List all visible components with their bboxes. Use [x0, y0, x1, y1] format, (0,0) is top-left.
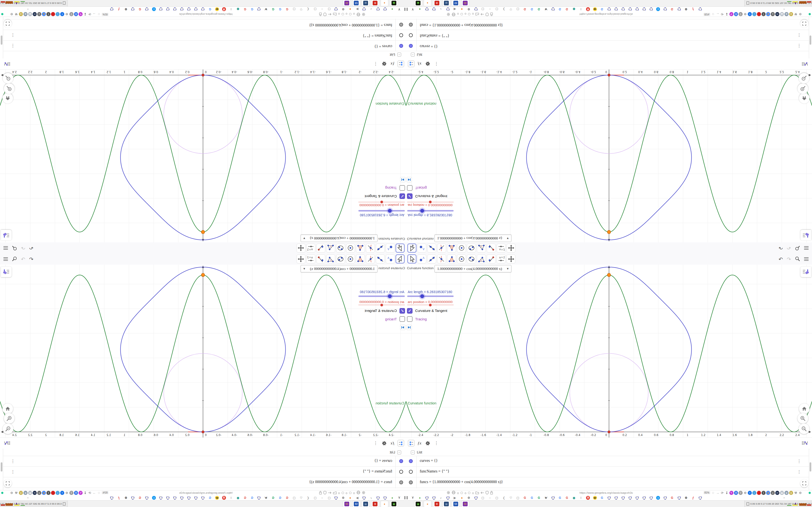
shield-down-icon[interactable]: ↓ — [752, 12, 756, 16]
wrench-icon[interactable]: ⚒ — [14, 491, 18, 495]
arc-position-slider[interactable] — [358, 305, 405, 305]
tracing-checkbox[interactable] — [400, 185, 405, 191]
tab-favicon[interactable]: G — [530, 7, 534, 11]
arc-position-slider-knob[interactable] — [429, 304, 432, 306]
tab-favicon[interactable]: G — [243, 7, 247, 11]
dot-icon[interactable] — [464, 491, 466, 495]
shield-gray-icon[interactable]: ◆ — [780, 491, 784, 495]
translate-icon[interactable]: A — [734, 12, 738, 16]
tab-favicon[interactable]: ▢ — [516, 496, 520, 500]
like-icon[interactable]: ♦ — [789, 491, 793, 495]
marker-icon[interactable]: ✎ — [729, 12, 733, 16]
tab-favicon[interactable]: ⚙ — [684, 7, 688, 11]
arc-length-slider-knob[interactable] — [388, 294, 392, 298]
monitor-app-icon[interactable]: ▤ — [443, 501, 450, 507]
row-kebab-icon[interactable]: ⋮ — [11, 459, 15, 464]
algebra-row[interactable]: funcs = {1.000000000000 + cos(4.00000000… — [406, 477, 809, 488]
star-icon[interactable]: ☆ — [711, 491, 715, 495]
visibility-toggle[interactable] — [399, 44, 403, 48]
translate-icon[interactable]: A — [734, 491, 738, 495]
star-icon[interactable]: ☆ — [97, 491, 101, 495]
geogebra-tab-favicon[interactable] — [614, 7, 618, 11]
tool-point[interactable]: A — [386, 243, 395, 252]
tab-favicon[interactable]: G — [285, 7, 289, 11]
tab-favicon[interactable]: ● — [460, 496, 464, 500]
zoom-out-button[interactable] — [3, 73, 13, 83]
circle-icon[interactable] — [349, 12, 352, 16]
tool-line[interactable] — [376, 243, 385, 252]
tool-move-graphics[interactable] — [297, 255, 305, 264]
visibility-toggle[interactable] — [409, 33, 413, 37]
tool-circle-center[interactable] — [346, 255, 355, 264]
tool-move-graphics[interactable] — [507, 243, 515, 252]
geogebra-tab-favicon[interactable] — [698, 496, 702, 500]
settings-gear-icon[interactable] — [424, 440, 431, 446]
redgear-app-icon[interactable]: ⚙ — [371, 0, 379, 6]
record-icon[interactable] — [757, 12, 761, 16]
arc-length-slider[interactable] — [358, 295, 405, 297]
geogebra-tab-favicon[interactable] — [131, 7, 135, 11]
gear2-icon[interactable]: ⚙ — [10, 12, 14, 16]
folder-icon[interactable] — [475, 491, 479, 495]
tool-circle-center[interactable] — [346, 243, 355, 252]
tab-favicon[interactable]: f — [117, 496, 121, 500]
globe-dots-icon[interactable]: ◍ — [784, 491, 789, 495]
geogebra-tab-favicon[interactable] — [166, 7, 170, 11]
tab-favicon[interactable]: ⱳ — [215, 496, 219, 500]
trash-icon[interactable]: t — [761, 12, 766, 16]
geogebra-tab-favicon[interactable] — [698, 7, 702, 11]
tab-favicon[interactable]: ● — [418, 7, 422, 11]
dot-icon[interactable] — [472, 491, 474, 495]
geogebra-tab-favicon[interactable] — [551, 496, 555, 500]
redgear-app-icon[interactable]: ⚙ — [433, 0, 441, 6]
mouse-icon[interactable]: 0 — [739, 491, 743, 495]
tool-move-graphics[interactable] — [297, 243, 305, 252]
globe-icon[interactable] — [356, 491, 360, 495]
globe-dots-icon[interactable]: ◍ — [784, 12, 789, 16]
geogebra-tab-favicon[interactable] — [187, 496, 191, 500]
visibility-toggle[interactable] — [399, 459, 403, 463]
tab-favicon[interactable]: ◉ — [572, 496, 576, 500]
geogebra-tab-favicon[interactable] — [649, 496, 653, 500]
tab-favicon[interactable]: ▶ — [453, 7, 457, 11]
like-icon[interactable]: ♦ — [789, 12, 793, 16]
tab-favicon[interactable]: ⱳ — [215, 7, 219, 11]
geogebra-tab-favicon[interactable] — [131, 496, 135, 500]
geogebra-tab-favicon[interactable] — [663, 496, 667, 500]
gear-ext-icon[interactable]: ⚙ — [743, 491, 747, 495]
tab-favicon[interactable]: G — [565, 496, 569, 500]
star-icon[interactable]: ☆ — [711, 12, 715, 16]
algebra-list-header[interactable]: − List — [406, 51, 809, 58]
tab-favicon[interactable]: G — [537, 7, 541, 11]
arc-position-slider-knob[interactable] — [380, 304, 383, 306]
ud-shield-icon[interactable]: UD — [33, 491, 37, 495]
tab-favicon[interactable]: ● — [348, 496, 352, 500]
ud-shield-icon[interactable]: UD — [33, 12, 37, 16]
tab-favicon[interactable]: G — [670, 496, 674, 500]
fullscreen-button[interactable] — [4, 19, 12, 28]
tab-favicon[interactable]: ▶ — [453, 496, 457, 500]
circle-icon[interactable] — [349, 491, 352, 495]
geogebra-tab-favicon[interactable] — [257, 7, 261, 11]
function-dropdown[interactable]: 1.000000000000 + cos(4.000000000000 x) ▼ — [435, 265, 511, 272]
wrench-icon[interactable]: ⚒ — [794, 12, 798, 16]
geogebra-tab-favicon[interactable] — [145, 7, 149, 11]
scrollbar[interactable] — [810, 462, 811, 471]
visibility-toggle[interactable] — [399, 33, 403, 37]
tool-polygon[interactable] — [356, 255, 365, 264]
dot-icon[interactable] — [472, 12, 474, 16]
gear-icon[interactable] — [362, 491, 365, 495]
tab-favicon[interactable]: Y — [411, 496, 415, 500]
geogebra-tab-favicon[interactable] — [187, 7, 191, 11]
tab-favicon[interactable]: G — [558, 7, 562, 11]
visibility-toggle[interactable] — [399, 481, 403, 484]
tab-favicon[interactable]: ▢ — [481, 496, 485, 500]
geogebra-tab-favicon[interactable] — [551, 7, 555, 11]
row-kebab-icon[interactable]: ⋮ — [797, 33, 801, 38]
tab-favicon[interactable]: G — [250, 496, 254, 500]
tool-slider-tool[interactable]: a = 2 — [497, 255, 506, 264]
dot-icon[interactable] — [338, 12, 340, 16]
tab-favicon[interactable]: Y — [397, 496, 401, 500]
gamepad-app-icon[interactable]: ▣ — [414, 0, 422, 6]
tab-favicon[interactable]: ❮ — [502, 496, 506, 500]
